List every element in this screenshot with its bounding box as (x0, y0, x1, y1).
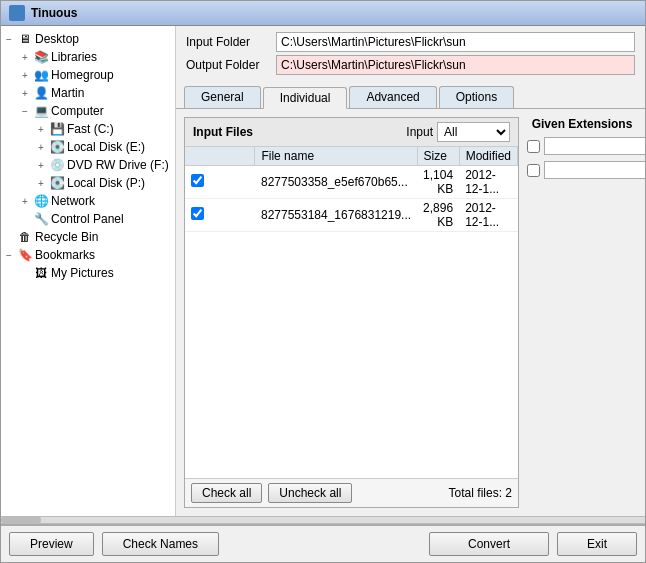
tree-expander[interactable]: + (33, 124, 49, 135)
file-size: 2,896 KB (417, 199, 459, 232)
tree-expander[interactable]: + (33, 160, 49, 171)
input-all-label: Input (406, 125, 433, 139)
sidebar-item-label: Libraries (51, 50, 97, 64)
table-row: 8277503358_e5ef670b65...1,104 KB2012-12-… (185, 166, 518, 199)
sidebar-item-desktop[interactable]: −🖥Desktop (1, 30, 175, 48)
right-panel: Input Folder Output Folder General Indiv… (176, 26, 645, 516)
tree-expander[interactable]: + (17, 196, 33, 207)
files-footer: Check all Uncheck all Total files: 2 (185, 478, 518, 507)
tree-icon-drive: 💽 (49, 175, 65, 191)
table-header-row: File name Size Modified (185, 147, 518, 166)
input-folder-label: Input Folder (186, 35, 276, 49)
sidebar-item-label: Desktop (35, 32, 79, 46)
tree-icon-drive: 💽 (49, 139, 65, 155)
sidebar-item-my-pictures[interactable]: 🖼My Pictures (1, 264, 175, 282)
ext-checkbox-2[interactable] (527, 164, 540, 177)
sidebar-item-bookmarks[interactable]: −🔖Bookmarks (1, 246, 175, 264)
extensions-panel: Given Extensions (527, 117, 637, 508)
file-name: 8277503358_e5ef670b65... (255, 166, 417, 199)
col-size: Size (417, 147, 459, 166)
tab-options[interactable]: Options (439, 86, 514, 108)
sidebar-item-label: Homegroup (51, 68, 114, 82)
ext-checkbox-1[interactable] (527, 140, 540, 153)
tab-individual[interactable]: Individual (263, 87, 348, 109)
sidebar-item-computer[interactable]: −💻Computer (1, 102, 175, 120)
sidebar-item-label: Network (51, 194, 95, 208)
sidebar-item-network[interactable]: +🌐Network (1, 192, 175, 210)
tree-expander[interactable]: + (17, 70, 33, 81)
sidebar-item-label: Fast (C:) (67, 122, 114, 136)
tree-expander[interactable]: − (17, 106, 33, 117)
sidebar-item-local-disk-e[interactable]: +💽Local Disk (E:) (1, 138, 175, 156)
app-icon (9, 5, 25, 21)
sidebar-item-martin[interactable]: +👤Martin (1, 84, 175, 102)
bottom-bar: Preview Check Names Convert Exit (1, 524, 645, 562)
tree-icon-folder: 👥 (33, 67, 49, 83)
sidebar-item-label: My Pictures (51, 266, 114, 280)
ext-row-1 (527, 137, 637, 155)
tree-icon-network: 🌐 (33, 193, 49, 209)
tree-icon-bookmark: 🔖 (17, 247, 33, 263)
app-title: Tinuous (31, 6, 77, 20)
file-modified: 2012-12-1... (459, 166, 517, 199)
col-modified: Modified (459, 147, 517, 166)
file-checkbox-2[interactable] (191, 207, 204, 220)
table-row: 8277553184_1676831219...2,896 KB2012-12-… (185, 199, 518, 232)
sidebar-item-local-disk-p[interactable]: +💽Local Disk (P:) (1, 174, 175, 192)
tree-expander[interactable]: − (1, 250, 17, 261)
input-all-select[interactable]: All Selected None (437, 122, 510, 142)
tree-expander[interactable]: + (17, 88, 33, 99)
sidebar-item-dvd-rw-f[interactable]: +💿DVD RW Drive (F:) (1, 156, 175, 174)
tree-icon-folder: 📚 (33, 49, 49, 65)
input-folder-path[interactable] (276, 32, 635, 52)
check-all-button[interactable]: Check all (191, 483, 262, 503)
tree-expander[interactable]: + (33, 178, 49, 189)
sidebar-item-label: Local Disk (P:) (67, 176, 145, 190)
file-size: 1,104 KB (417, 166, 459, 199)
tab-advanced[interactable]: Advanced (349, 86, 436, 108)
total-files-label: Total files: 2 (449, 486, 512, 500)
tab-general[interactable]: General (184, 86, 261, 108)
preview-button[interactable]: Preview (9, 532, 94, 556)
file-modified: 2012-12-1... (459, 199, 517, 232)
sidebar-item-control-panel[interactable]: 🔧Control Panel (1, 210, 175, 228)
folder-info: Input Folder Output Folder (176, 26, 645, 82)
files-scroll: File name Size Modified 8277503358_e5ef6… (185, 147, 518, 478)
sidebar-item-homegroup[interactable]: +👥Homegroup (1, 66, 175, 84)
exit-button[interactable]: Exit (557, 532, 637, 556)
scrollbar-thumb[interactable] (1, 517, 41, 523)
sidebar-item-label: Recycle Bin (35, 230, 98, 244)
app-window: Tinuous −🖥Desktop+📚Libraries+👥Homegroup+… (0, 0, 646, 563)
horizontal-scrollbar[interactable] (1, 516, 645, 524)
ext-input-2[interactable] (544, 161, 645, 179)
extensions-title: Given Extensions (527, 117, 637, 131)
sidebar-item-fast-c[interactable]: +💾Fast (C:) (1, 120, 175, 138)
sidebar-item-libraries[interactable]: +📚Libraries (1, 48, 175, 66)
ext-input-1[interactable] (544, 137, 645, 155)
tree-expander[interactable]: − (1, 34, 17, 45)
tree-icon-folder: 🖼 (33, 265, 49, 281)
tree-expander[interactable]: + (17, 52, 33, 63)
ext-row-2 (527, 161, 637, 179)
output-folder-path[interactable] (276, 55, 635, 75)
sidebar-item-label: Control Panel (51, 212, 124, 226)
tree-icon-drive: 💿 (49, 157, 65, 173)
tree-icon-recycle: 🗑 (17, 229, 33, 245)
title-bar: Tinuous (1, 1, 645, 26)
files-panel: Input Files Input All Selected None (184, 117, 519, 508)
col-check (185, 147, 255, 166)
input-files-title: Input Files (193, 125, 253, 139)
uncheck-all-button[interactable]: Uncheck all (268, 483, 352, 503)
tree-icon-drive: 💾 (49, 121, 65, 137)
input-all-row: Input All Selected None (406, 122, 510, 142)
file-name: 8277553184_1676831219... (255, 199, 417, 232)
tree-expander[interactable]: + (33, 142, 49, 153)
sidebar-item-recycle-bin[interactable]: 🗑Recycle Bin (1, 228, 175, 246)
input-folder-row: Input Folder (186, 32, 635, 52)
file-checkbox-1[interactable] (191, 174, 204, 187)
output-folder-row: Output Folder (186, 55, 635, 75)
check-names-button[interactable]: Check Names (102, 532, 219, 556)
sidebar-item-label: Bookmarks (35, 248, 95, 262)
sidebar-item-label: DVD RW Drive (F:) (67, 158, 169, 172)
convert-button[interactable]: Convert (429, 532, 549, 556)
